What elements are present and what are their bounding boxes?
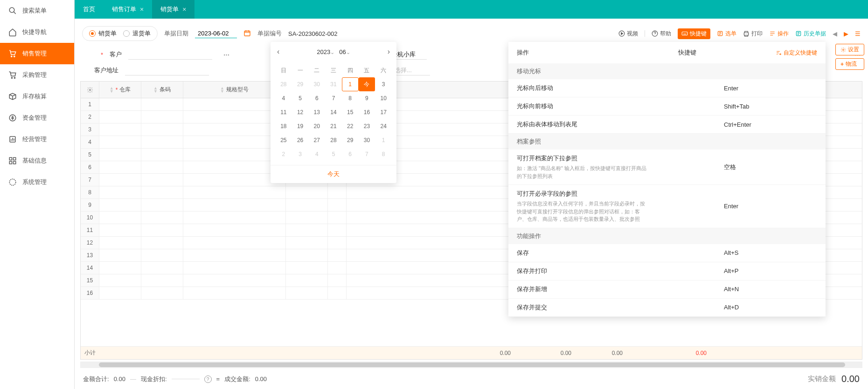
info-icon[interactable]: ? [204,375,212,383]
date-cell[interactable]: 18 [275,119,292,133]
hotkey-op: 保存并新增 [517,285,724,293]
next-month-icon[interactable]: › [388,48,390,56]
date-cell[interactable]: 12 [292,105,309,119]
date-cell[interactable]: 24 [375,119,392,133]
date-cell[interactable]: 6 [308,91,325,105]
sidebar-item-3[interactable]: 采购管理 [0,64,74,86]
sidebar-item-0[interactable]: 搜索菜单 [0,0,74,21]
radio-return[interactable]: 退货单 [123,29,151,38]
date-cell[interactable]: 15 [342,105,359,119]
date-cell[interactable]: 20 [308,119,325,133]
discount-input[interactable] [172,379,200,379]
date-cell[interactable]: 21 [325,119,342,133]
date-cell[interactable]: 1 [342,77,359,91]
sidebar-item-7[interactable]: 基础信息 [0,150,74,171]
hotkey-header: 操作 快捷键 自定义快捷键 [508,42,826,63]
row-number: 3 [81,123,99,136]
date-cell[interactable]: 4 [308,147,325,161]
date-cell[interactable]: 25 [275,133,292,147]
chevron-left-icon[interactable]: ◀ [833,30,837,37]
tab-1[interactable]: 销售订单× [104,0,152,19]
date-cell[interactable]: 6 [342,147,359,161]
date-cell[interactable]: 16 [359,105,375,119]
project-input[interactable] [393,65,430,75]
date-cell[interactable]: 30 [359,133,375,147]
col-barcode[interactable]: ▲▼条码 [141,82,183,98]
date-cell[interactable]: 8 [342,91,359,105]
date-cell[interactable]: 3 [375,77,392,91]
close-icon[interactable]: × [182,6,186,13]
separator [645,30,645,37]
sidebar-item-6[interactable]: 经营管理 [0,129,74,150]
sidebar-item-2[interactable]: 销售管理 [0,43,74,64]
today-button[interactable]: 今天 [271,165,396,183]
date-cell[interactable]: 5 [292,91,309,105]
cart2-icon [8,71,17,79]
horizontal-scrollbar[interactable] [80,362,862,368]
row-number: 12 [81,237,99,249]
date-cell[interactable]: 10 [375,91,392,105]
sidebar-item-4[interactable]: 库存核算 [0,86,74,107]
date-cell[interactable]: 9 [359,91,375,105]
address-input[interactable] [125,65,209,75]
subtotal-v3: 0.00 [575,350,626,356]
customer-more-icon[interactable]: ⋯ [223,51,229,58]
date-cell[interactable]: 14 [325,105,342,119]
month-select[interactable]: 06⌄ [339,48,350,55]
sidebar-item-label: 资金管理 [22,114,47,122]
gear-icon [8,178,17,186]
date-cell[interactable]: 今 [359,77,375,91]
date-cell[interactable]: 22 [342,119,359,133]
customer-label: 客户 [110,50,122,59]
date-cell[interactable]: 26 [292,133,309,147]
date-cell[interactable]: 29 [342,133,359,147]
sidebar-item-label: 系统管理 [22,178,47,186]
calendar-icon[interactable] [243,29,251,38]
grid-icon [8,157,17,165]
video-button[interactable]: 视频 [618,30,638,38]
close-icon[interactable]: × [140,6,144,13]
date-cell[interactable]: 23 [359,119,375,133]
history-button[interactable]: 历史单据 [795,30,826,38]
customer-input[interactable] [128,49,212,60]
date-cell[interactable]: 2 [275,147,292,161]
prev-month-icon[interactable]: ‹ [277,48,279,56]
hotkey-button[interactable]: 快捷键 [678,28,710,39]
date-cell[interactable]: 1 [375,133,392,147]
date-cell[interactable]: 7 [325,91,342,105]
radio-sale[interactable]: 销货单 [89,29,117,38]
date-cell[interactable]: 5 [325,147,342,161]
date-cell[interactable]: 31 [325,77,342,91]
chevron-right-icon[interactable]: ▶ [844,30,848,37]
sidebar-item-1[interactable]: 快捷导航 [0,21,74,43]
date-cell[interactable]: 3 [292,147,309,161]
settings-button[interactable]: 设置 [835,44,864,55]
date-cell[interactable]: 30 [308,77,325,91]
date-cell[interactable]: 29 [292,77,309,91]
date-cell[interactable]: 28 [325,133,342,147]
help-button[interactable]: 帮助 [652,30,671,38]
year-select[interactable]: 2023⌄ [317,48,334,55]
print-button[interactable]: 打印 [743,30,763,38]
hotkey-op-sub: 当字段信息没有录入任何字符，并且当前字段必录时，按快捷键可直接打开字段信息的弹出… [517,200,647,223]
date-cell[interactable]: 27 [308,133,325,147]
date-cell[interactable]: 8 [375,147,392,161]
select-button[interactable]: 选单 [717,30,736,38]
date-input[interactable] [195,29,237,38]
customize-hotkey-button[interactable]: 自定义快捷键 [776,49,817,57]
date-cell[interactable]: 17 [375,105,392,119]
tab-0[interactable]: 首页 [75,0,104,19]
tab-2[interactable]: 销货单× [152,0,194,19]
sidebar-item-5[interactable]: 资金管理 [0,107,74,129]
gear-column[interactable] [81,82,99,98]
sidebar-item-8[interactable]: 系统管理 [0,171,74,193]
date-cell[interactable]: 13 [308,105,325,119]
list-icon[interactable]: ☰ [855,30,861,37]
date-cell[interactable]: 28 [275,77,292,91]
date-cell[interactable]: 11 [275,105,292,119]
date-cell[interactable]: 7 [359,147,375,161]
date-cell[interactable]: 19 [292,119,309,133]
date-cell[interactable]: 4 [275,91,292,105]
col-warehouse[interactable]: ▲▼*仓库 [99,82,141,98]
ops-button[interactable]: 操作 [769,30,789,38]
